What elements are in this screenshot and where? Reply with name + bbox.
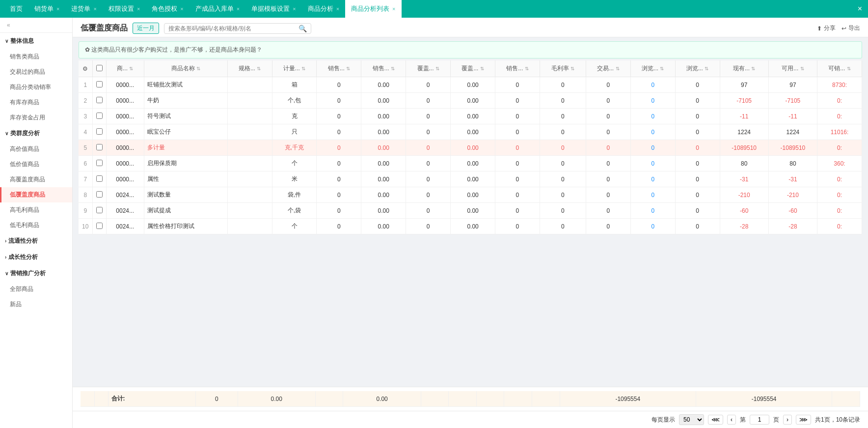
sum-browse1 [504, 391, 532, 407]
browse-link[interactable]: 0 [630, 156, 675, 171]
nav-role-auth[interactable]: 角色授权 × [146, 0, 189, 18]
sort-icon[interactable]: ⇅ [435, 66, 439, 71]
sidebar-item-low-coverage[interactable]: 低覆盖度商品 [0, 187, 72, 202]
search-box: 🔍 [164, 23, 311, 34]
sum-spacer [81, 391, 94, 407]
search-input[interactable] [168, 25, 298, 32]
browse-link[interactable]: 0 [630, 124, 675, 140]
share-btn[interactable]: ⬆ 分享 [817, 24, 836, 32]
first-page-btn[interactable]: ⋘ [708, 415, 723, 425]
table-header-sales-amt: 销售... ⇅ [361, 60, 406, 77]
sidebar-item-all-goods[interactable]: 全部商品 [0, 282, 72, 297]
sort-icon[interactable]: ⇅ [800, 66, 804, 71]
table-row: 50000...多计量克,千克00.0000.0000000-1089510-1… [79, 140, 862, 156]
nav-product-analysis-list[interactable]: 商品分析列表 × [345, 0, 401, 18]
browse-link[interactable]: 0 [630, 219, 675, 234]
sidebar-item-high-margin[interactable]: 高毛利商品 [0, 202, 72, 218]
sidebar-item-high-coverage[interactable]: 高覆盖度商品 [0, 172, 72, 187]
page-size-select[interactable]: 50 100 200 [679, 414, 704, 425]
last-page-btn[interactable]: ⋙ [796, 415, 811, 425]
table-header-settings[interactable]: ⚙ [79, 60, 92, 77]
info-banner: ✿ 这类商品只有很少客户购买过，是推广不够，还是商品本身问题？ [79, 41, 862, 58]
filter-recent-month-btn[interactable]: 近一月 [133, 23, 159, 34]
table-header-cov1: 覆盖... ⇅ [406, 60, 451, 77]
sidebar-item-low-value[interactable]: 低价值商品 [0, 157, 72, 172]
sort-icon[interactable]: ⇅ [705, 66, 708, 71]
sidebar-section-circulation[interactable]: › 流通性分析 [0, 233, 72, 249]
close-icon[interactable]: × [293, 6, 296, 12]
nav-home[interactable]: 首页 [4, 0, 28, 18]
sidebar-item-new-goods[interactable]: 新品 [0, 297, 72, 312]
nav-purchase-order[interactable]: 进货单 × [65, 0, 102, 18]
sort-icon[interactable]: ⇅ [480, 66, 484, 71]
chevron-right-icon: › [5, 238, 6, 244]
sidebar-item-traded-goods[interactable]: 交易过的商品 [0, 64, 72, 80]
browse-link[interactable]: 0 [630, 171, 675, 187]
close-icon[interactable]: × [180, 6, 183, 12]
sort-icon[interactable]: ⇅ [525, 66, 529, 71]
sidebar-section-overall[interactable]: ∨ 整体信息 [0, 33, 72, 49]
table-row: 100024...属性价格打印测试个00.0000.0000000-28-280… [79, 219, 862, 234]
export-icon: ↩ [841, 25, 846, 32]
sidebar-item-low-margin[interactable]: 低毛利商品 [0, 218, 72, 233]
table-header-gross: 毛利率 ⇅ [540, 60, 586, 77]
content-area: 低覆盖度商品 近一月 🔍 ⬆ 分享 ↩ 导出 ✿ 这类商品只有很少客户购买过，是… [73, 18, 868, 428]
sidebar-item-sales-goods[interactable]: 销售类商品 [0, 49, 72, 64]
sidebar-section-growth[interactable]: › 成长性分析 [0, 249, 72, 265]
close-icon[interactable]: × [93, 6, 96, 12]
browse-link[interactable]: 0 [630, 140, 675, 156]
nav-product-analysis[interactable]: 商品分析 × [302, 0, 345, 18]
nav-close-all[interactable]: × [858, 4, 862, 13]
table-header-checkbox[interactable] [92, 60, 106, 77]
sort-icon[interactable]: ⇅ [196, 66, 200, 71]
sidebar-item-inventory-capital[interactable]: 库存资金占用 [0, 110, 72, 125]
table-row: 80024...测试数量袋,件00.0000.0000000-210-2100: [79, 187, 862, 203]
nav-template-settings[interactable]: 单据模板设置 × [245, 0, 301, 18]
sidebar-collapse-btn[interactable]: « [5, 22, 12, 29]
nav-permissions[interactable]: 权限设置 × [103, 0, 146, 18]
table-header-current: 现有... ⇅ [720, 60, 768, 77]
chevron-down-icon: ∨ [5, 271, 8, 276]
export-btn[interactable]: ↩ 导出 [841, 24, 860, 32]
sort-icon[interactable]: ⇅ [751, 66, 755, 71]
sort-icon[interactable]: ⇅ [616, 66, 620, 71]
footer-bar: 合计: 0 0.00 0.00 -1095554 -1095554 [73, 387, 868, 411]
nav-finished-goods[interactable]: 产成品入库单 × [190, 0, 245, 18]
close-icon[interactable]: × [392, 6, 395, 12]
browse-link[interactable]: 0 [630, 203, 675, 219]
sort-icon[interactable]: ⇅ [301, 66, 305, 71]
sidebar-item-category-rate[interactable]: 商品分类动销率 [0, 80, 72, 95]
sidebar-item-in-stock-goods[interactable]: 有库存商品 [0, 95, 72, 110]
sort-icon[interactable]: ⇅ [570, 66, 574, 71]
sort-icon[interactable]: ⇅ [346, 66, 350, 71]
sort-icon[interactable]: ⇅ [257, 66, 261, 71]
sidebar-section-cluster[interactable]: ∨ 类群度分析 [0, 125, 72, 142]
close-icon[interactable]: × [137, 6, 140, 12]
table-header-trans: 交易... ⇅ [586, 60, 630, 77]
close-icon[interactable]: × [56, 6, 59, 12]
sum-spacer2 [94, 391, 108, 407]
browse-link[interactable]: 0 [630, 93, 675, 109]
table-row: 90024...测试提成个,袋00.0000.0000000-60-600: [79, 203, 862, 219]
prev-page-btn[interactable]: ‹ [727, 415, 736, 425]
sidebar-item-high-value[interactable]: 高价值商品 [0, 142, 72, 157]
browse-link[interactable]: 0 [630, 187, 675, 203]
sort-icon[interactable]: ⇅ [129, 66, 133, 71]
select-all-checkbox[interactable] [96, 65, 103, 71]
sidebar-section-overall-items: 销售类商品 交易过的商品 商品分类动销率 有库存商品 库存资金占用 [0, 49, 72, 125]
close-icon[interactable]: × [336, 6, 339, 12]
next-page-btn[interactable]: › [783, 415, 792, 425]
sum-gross [449, 391, 477, 407]
total-records-label: 共1页，10条记录 [815, 416, 860, 424]
browse-link[interactable]: 0 [630, 109, 675, 124]
page-input[interactable] [750, 415, 769, 425]
sort-icon[interactable]: ⇅ [847, 66, 851, 71]
sidebar-section-marketing[interactable]: ∨ 营销推广分析 [0, 265, 72, 282]
browse-link[interactable]: 0 [630, 77, 675, 93]
nav-sales-order[interactable]: 销货单 × [28, 0, 65, 18]
sort-icon[interactable]: ⇅ [660, 66, 664, 71]
sort-icon[interactable]: ⇅ [391, 66, 395, 71]
table-header-code: 商... ⇅ [106, 60, 144, 77]
close-icon[interactable]: × [237, 6, 240, 12]
sum-browse2 [532, 391, 560, 407]
